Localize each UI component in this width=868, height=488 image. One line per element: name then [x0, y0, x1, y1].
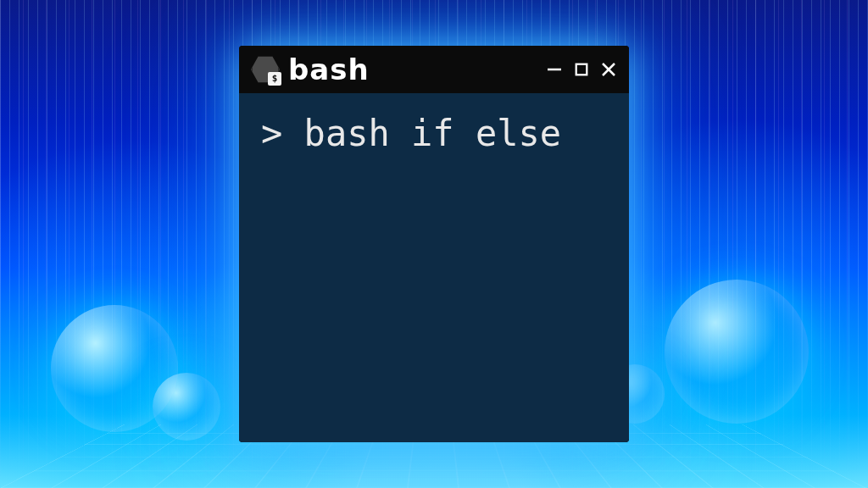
bg-orb — [665, 280, 809, 424]
maximize-button[interactable] — [573, 61, 590, 78]
window-title: bash — [288, 55, 370, 84]
terminal-body[interactable]: > bash if else — [239, 93, 629, 442]
close-button[interactable] — [600, 61, 617, 78]
bash-icon: $ — [251, 55, 280, 84]
window-controls — [546, 61, 617, 78]
prompt-symbol: > — [261, 113, 282, 154]
command-text: bash if else — [304, 113, 561, 154]
bg-orb — [153, 373, 220, 441]
svg-rect-1 — [576, 64, 587, 75]
titlebar[interactable]: $ bash — [239, 46, 629, 93]
terminal-window: $ bash > bash if else — [239, 46, 629, 442]
minimize-button[interactable] — [546, 61, 563, 78]
